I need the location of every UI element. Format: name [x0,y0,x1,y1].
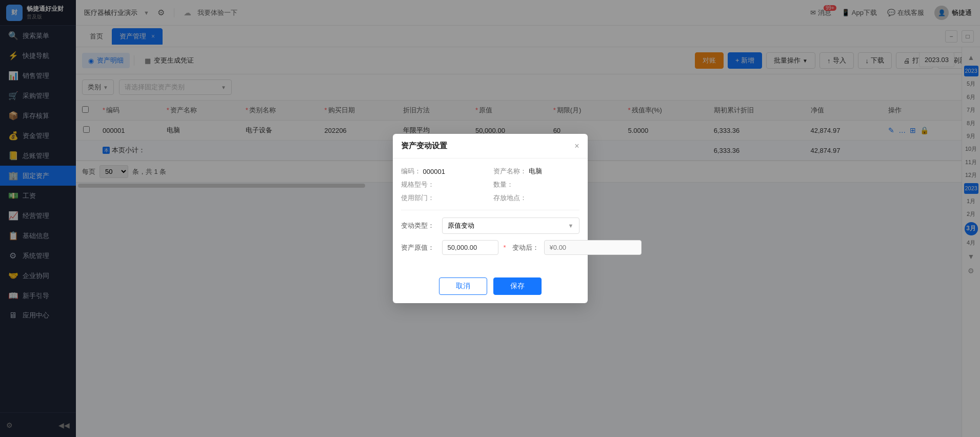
modal-header: 资产变动设置 × [393,134,588,158]
modal-name-value: 电脑 [529,167,542,176]
modal-value-row: 资产原值： * 变动后： [401,240,579,255]
modal-after-input[interactable] [544,240,642,255]
modal-body: 编码： 000001 资产名称： 电脑 规格型号： 数量： 使用部门： [393,158,588,271]
save-button[interactable]: 保存 [493,277,542,295]
cancel-button[interactable]: 取消 [439,277,487,295]
modal-change-type-select[interactable]: 原值变动 ▼ [442,217,579,234]
modal-dept-item: 使用部门： [401,193,487,203]
modal-orig-value-label: 资产原值： [401,243,437,252]
modal-quantity-item: 数量： [493,180,579,189]
modal-title: 资产变动设置 [401,141,447,151]
modal-name-label: 资产名称： [493,167,527,176]
modal-change-type-label: 变动类型： [401,221,437,230]
modal-code-label: 编码： [401,167,421,176]
modal-after-label: 变动后： [512,243,539,252]
modal-change-type-value: 原值变动 [448,221,474,230]
modal-code-value: 000001 [423,168,445,175]
modal-dept-label: 使用部门： [401,193,434,203]
modal-code-item: 编码： 000001 [401,167,487,176]
modal-close-icon[interactable]: × [574,142,579,151]
modal-info-grid: 编码： 000001 资产名称： 电脑 规格型号： 数量： 使用部门： [401,167,579,203]
modal-change-type-row: 变动类型： 原值变动 ▼ [401,217,579,234]
modal-location-label: 存放地点： [493,193,527,203]
modal-spec-item: 规格型号： [401,180,487,189]
modal-orig-value-input[interactable] [442,240,498,255]
asset-change-modal: 资产变动设置 × 编码： 000001 资产名称： 电脑 规格型号： 数量： [393,134,588,303]
modal-select-chevron-icon: ▼ [568,223,574,229]
modal-after-req: * [504,244,506,251]
modal-overlay: 资产变动设置 × 编码： 000001 资产名称： 电脑 规格型号： 数量： [0,0,980,437]
modal-location-item: 存放地点： [493,193,579,203]
modal-divider [401,210,579,210]
modal-quantity-label: 数量： [493,180,513,189]
modal-name-item: 资产名称： 电脑 [493,167,579,176]
modal-spec-label: 规格型号： [401,180,434,189]
modal-footer: 取消 保存 [393,271,588,303]
